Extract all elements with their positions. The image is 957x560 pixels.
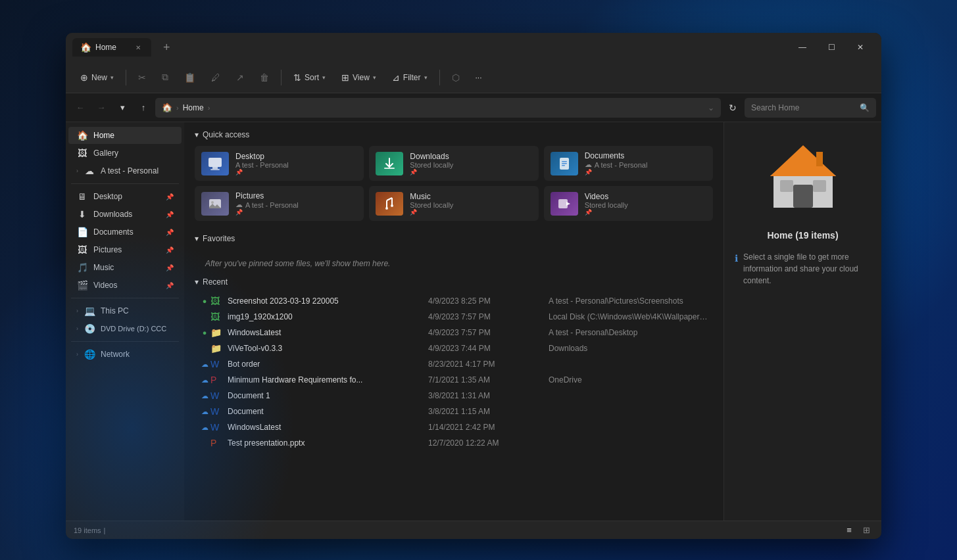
svg-rect-3 bbox=[384, 168, 395, 169]
new-button[interactable]: ⊕ New ▾ bbox=[74, 69, 120, 86]
sort-button[interactable]: ⇅ Sort ▾ bbox=[287, 69, 332, 86]
file-icon-0: 🖼 bbox=[210, 296, 225, 306]
path-home-label: Home bbox=[183, 103, 204, 112]
copy-button[interactable]: ⧉ bbox=[155, 68, 175, 86]
back-button[interactable]: ← bbox=[71, 99, 89, 117]
file-icon-1: 🖼 bbox=[210, 312, 225, 322]
folder-downloads-sub: Stored locally bbox=[410, 161, 531, 169]
more-label: ··· bbox=[476, 73, 482, 82]
new-label: New bbox=[91, 73, 107, 82]
search-placeholder: Search Home bbox=[751, 103, 799, 112]
sidebar-item-documents[interactable]: 📄 Documents 📌 bbox=[68, 223, 182, 241]
filename-1: img19_1920x1200 bbox=[228, 312, 428, 321]
tiles-view-button[interactable]: ⊞ bbox=[859, 524, 873, 537]
folder-card-downloads[interactable]: Downloads Stored locally 📌 bbox=[369, 146, 538, 181]
cut-button[interactable]: ✂ bbox=[132, 69, 153, 86]
tab-home[interactable]: 🏠 Home ✕ bbox=[72, 38, 151, 57]
up-button[interactable]: ↑ bbox=[134, 99, 153, 117]
info-icon: ℹ bbox=[735, 252, 738, 266]
sidebar-item-atest[interactable]: › ☁ A test - Personal bbox=[68, 162, 182, 179]
svg-point-11 bbox=[391, 204, 393, 207]
sidebar-item-music[interactable]: 🎵 Music 📌 bbox=[68, 259, 182, 276]
folder-documents-pin: 📌 bbox=[585, 169, 706, 175]
sidebar-item-thispc[interactable]: › 💻 This PC bbox=[68, 302, 182, 319]
quick-access-header[interactable]: ▾ Quick access bbox=[195, 130, 713, 139]
sidebar-item-videos[interactable]: 🎬 Videos 📌 bbox=[68, 277, 182, 294]
sidebar-item-home[interactable]: 🏠 Home bbox=[68, 127, 182, 144]
folder-downloads-info: Downloads Stored locally 📌 bbox=[410, 152, 531, 175]
recent-locations-button[interactable]: ▾ bbox=[113, 99, 132, 117]
svg-rect-5 bbox=[562, 161, 567, 162]
quick-access-grid: Desktop A test - Personal 📌 Downloads St… bbox=[195, 146, 713, 221]
content-area: ▾ Quick access Desktop A test - Personal… bbox=[184, 122, 724, 521]
status-4: ☁ bbox=[199, 360, 210, 369]
recent-row-8[interactable]: ☁ W WindowsLatest 1/14/2021 2:42 PM bbox=[195, 419, 713, 435]
sidebar-item-network[interactable]: › 🌐 Network bbox=[68, 346, 182, 363]
close-button[interactable]: ✕ bbox=[846, 37, 875, 58]
folder-card-pictures[interactable]: Pictures ☁A test - Personal 📌 bbox=[195, 186, 364, 221]
favorites-arrow-icon: ▾ bbox=[195, 234, 199, 243]
recent-row-6[interactable]: ☁ W Document 1 3/8/2021 1:31 AM bbox=[195, 388, 713, 404]
view-button[interactable]: ⊞ View ▾ bbox=[335, 69, 383, 86]
folder-card-documents[interactable]: Documents ☁A test - Personal 📌 bbox=[544, 146, 713, 181]
sidebar-item-downloads[interactable]: ⬇ Downloads 📌 bbox=[68, 206, 182, 223]
maximize-button[interactable]: ☐ bbox=[817, 37, 846, 58]
folder-card-music[interactable]: Music Stored locally 📌 bbox=[369, 186, 538, 221]
sidebar-pictures-label: Pictures bbox=[93, 245, 122, 254]
svg-point-10 bbox=[385, 207, 388, 210]
folder-desktop-pin: 📌 bbox=[235, 169, 357, 175]
filter-chevron-icon: ▾ bbox=[424, 74, 428, 81]
folder-documents-info: Documents ☁A test - Personal 📌 bbox=[585, 151, 706, 175]
sidebar: 🏠 Home 🖼 Gallery › ☁ A test - Personal 🖥… bbox=[66, 122, 184, 521]
filter-label: Filter bbox=[403, 73, 421, 82]
refresh-button[interactable]: ↻ bbox=[724, 99, 742, 117]
panel-title: Home (19 items) bbox=[735, 230, 871, 241]
sidebar-thispc-label: This PC bbox=[101, 306, 129, 315]
recent-row-9[interactable]: P Test presentation.pptx 12/7/2020 12:22… bbox=[195, 435, 713, 451]
folder-card-videos[interactable]: Videos Stored locally 📌 bbox=[544, 186, 713, 221]
address-path[interactable]: 🏠 › Home › ⌄ bbox=[155, 98, 721, 118]
favorites-header[interactable]: ▾ Favorites bbox=[195, 234, 713, 243]
recent-row-3[interactable]: 📁 ViVeTool-v0.3.3 4/9/2023 7:44 PM Downl… bbox=[195, 340, 713, 356]
delete-button[interactable]: 🗑 bbox=[253, 69, 276, 86]
paste-button[interactable]: 📋 bbox=[178, 69, 202, 86]
filter-button[interactable]: ⊿ Filter ▾ bbox=[385, 69, 434, 86]
recent-row-4[interactable]: ☁ W Bot order 8/23/2021 4:17 PM bbox=[195, 356, 713, 372]
new-tab-button[interactable]: + bbox=[159, 39, 174, 56]
videos-pin-icon: 📌 bbox=[166, 282, 174, 289]
sidebar-item-pictures[interactable]: 🖼 Pictures 📌 bbox=[68, 241, 182, 258]
date-5: 7/1/2021 1:35 AM bbox=[428, 375, 549, 385]
more-button[interactable]: ··· bbox=[469, 70, 489, 85]
search-box[interactable]: Search Home 🔍 bbox=[745, 98, 876, 118]
copy-icon: ⧉ bbox=[162, 72, 168, 83]
path-sep-2: › bbox=[208, 104, 210, 112]
folder-videos-icon bbox=[551, 192, 578, 216]
date-8: 1/14/2021 2:42 PM bbox=[428, 423, 549, 432]
recent-row-7[interactable]: ☁ W Document 3/8/2021 1:15 AM bbox=[195, 404, 713, 419]
share2-button[interactable]: ⬡ bbox=[445, 69, 466, 86]
recent-row-2[interactable]: ● 📁 WindowsLatest 4/9/2023 7:57 PM A tes… bbox=[195, 325, 713, 340]
minimize-button[interactable]: — bbox=[788, 37, 817, 58]
folder-card-desktop[interactable]: Desktop A test - Personal 📌 bbox=[195, 146, 364, 181]
recent-row-0[interactable]: ● 🖼 Screenshot 2023-03-19 220005 4/9/202… bbox=[195, 293, 713, 309]
svg-rect-20 bbox=[816, 152, 823, 166]
sidebar-item-dvd[interactable]: › 💿 DVD Drive (D:) CCC bbox=[68, 320, 182, 337]
window-controls: — ☐ ✕ bbox=[788, 37, 875, 58]
delete-icon: 🗑 bbox=[260, 72, 269, 83]
recent-header[interactable]: ▾ Recent bbox=[195, 277, 713, 287]
sidebar-item-gallery[interactable]: 🖼 Gallery bbox=[68, 145, 182, 162]
recent-row-1[interactable]: 🖼 img19_1920x1200 4/9/2023 7:57 PM Local… bbox=[195, 309, 713, 325]
share-button[interactable]: ↗ bbox=[230, 69, 251, 86]
rename-button[interactable]: 🖊 bbox=[205, 69, 227, 86]
separator-3 bbox=[439, 70, 440, 85]
forward-button[interactable]: → bbox=[92, 99, 110, 117]
folder-desktop-info: Desktop A test - Personal 📌 bbox=[235, 152, 357, 175]
sidebar-item-desktop[interactable]: 🖥 Desktop 📌 bbox=[68, 188, 182, 205]
date-0: 4/9/2023 8:25 PM bbox=[428, 296, 549, 306]
home-nav-icon: 🏠 bbox=[76, 130, 88, 141]
tab-close-button[interactable]: ✕ bbox=[133, 43, 143, 53]
recent-row-5[interactable]: ☁ P Minimum Hardware Requirements fo... … bbox=[195, 372, 713, 388]
details-view-button[interactable]: ≡ bbox=[842, 524, 856, 537]
status-5: ☁ bbox=[199, 376, 210, 385]
status-bar: 19 items | ≡ ⊞ bbox=[66, 521, 881, 539]
